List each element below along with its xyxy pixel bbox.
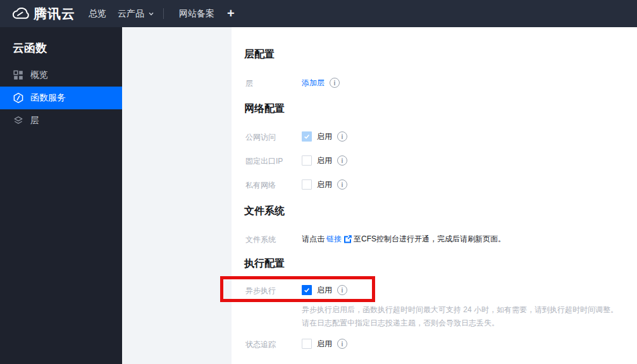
info-icon[interactable]: i	[330, 78, 340, 88]
field-label-status-tracking: 状态追踪	[245, 339, 276, 349]
topbar-products-label: 云产品	[118, 0, 144, 27]
section-title-file-system: 文件系统	[244, 205, 285, 217]
grid-icon	[13, 70, 24, 81]
status-tracking-checkbox[interactable]	[302, 339, 312, 349]
help-line-1: 异步执行启用后，函数执行超时时间最大可支持 24 小时，如有需要，请到执行超时时…	[302, 303, 626, 317]
secondary-panel	[122, 27, 232, 364]
fixed-egress-ip-checkbox[interactable]	[302, 155, 312, 166]
tencent-cloud-logo-icon[interactable]	[11, 6, 30, 21]
sidebar-item-label: 函数服务	[30, 92, 66, 104]
async-execution-help-text: 异步执行启用后，函数执行超时时间最大可支持 24 小时，如有需要，请到执行超时时…	[302, 303, 626, 330]
form-row-async-execution: 异步执行 启用 i	[244, 284, 637, 296]
topbar-item-overview[interactable]: 总览	[89, 0, 106, 27]
sidebar-item-overview[interactable]: 概览	[0, 64, 122, 87]
brand-title[interactable]: 腾讯云	[34, 0, 75, 27]
hint-text-after: 至CFS控制台进行开通，完成后请刷新页面。	[354, 234, 505, 245]
enable-label: 启用	[317, 155, 332, 166]
layers-icon	[13, 115, 24, 126]
vpc-checkbox[interactable]	[302, 179, 312, 190]
sidebar-item-layers[interactable]: 层	[0, 109, 122, 132]
sidebar-item-label: 概览	[30, 70, 48, 81]
field-label-vpc: 私有网络	[245, 180, 276, 190]
field-label-public-network: 公网访问	[245, 132, 276, 142]
section-title-network-config: 网络配置	[244, 102, 285, 114]
topbar-add-button[interactable]: +	[227, 0, 235, 27]
field-label-layer: 层	[245, 78, 253, 88]
form-row-fixed-egress-ip: 固定出口IP 启用 i	[244, 155, 637, 166]
tencent-cloud-console: { "topbar": { "brand": "腾讯云", "menu_over…	[0, 0, 637, 364]
file-system-hint: 请点击链接 至CFS控制台进行开通，完成后请刷新页面。	[302, 234, 505, 245]
sidebar: 云函数 概览 函数服务	[0, 27, 122, 364]
public-network-checkbox[interactable]	[302, 131, 312, 142]
field-label-file-system: 文件系统	[245, 234, 276, 245]
info-icon[interactable]: i	[337, 285, 347, 295]
sidebar-item-function-service[interactable]: 函数服务	[0, 87, 122, 109]
hint-text-before: 请点击	[302, 234, 325, 245]
enable-label: 启用	[317, 285, 332, 296]
info-icon[interactable]: i	[337, 179, 347, 190]
sidebar-title: 云函数	[13, 40, 47, 56]
chevron-down-icon	[148, 11, 154, 17]
info-icon[interactable]: i	[337, 155, 347, 166]
form-row-vpc: 私有网络 启用 i	[244, 179, 637, 190]
enable-label: 启用	[317, 131, 332, 142]
cfs-link[interactable]: 链接	[326, 234, 342, 245]
topbar-item-products[interactable]: 云产品	[118, 0, 154, 27]
info-icon[interactable]: i	[337, 131, 347, 142]
topbar-divider	[163, 8, 164, 19]
form-row-public-network: 公网访问 启用 i	[244, 131, 637, 142]
topbar-item-icp[interactable]: 网站备案	[179, 0, 214, 27]
section-title-layer-config: 层配置	[244, 48, 275, 60]
info-icon[interactable]: i	[337, 339, 347, 349]
form-row-layer: 层 添加层 i	[244, 77, 637, 88]
async-execution-checkbox[interactable]	[302, 285, 312, 295]
function-service-icon	[13, 92, 24, 104]
sidebar-menu: 概览 函数服务 层	[0, 64, 122, 132]
external-link-icon[interactable]	[343, 235, 352, 243]
enable-label: 启用	[317, 339, 332, 349]
sidebar-item-label: 层	[30, 115, 39, 126]
field-label-fixed-egress-ip: 固定出口IP	[245, 156, 283, 166]
settings-form: 层配置 层 添加层 i 网络配置 公网访问 启用 i 固定出口IP 启用 i 私…	[232, 27, 637, 364]
form-row-file-system: 文件系统 请点击链接 至CFS控制台进行开通，完成后请刷新页面。	[244, 233, 637, 245]
section-title-execution-config: 执行配置	[244, 257, 285, 269]
topbar: 腾讯云 总览 云产品 网站备案 +	[0, 0, 637, 27]
form-row-status-tracking: 状态追踪 启用 i	[244, 338, 637, 349]
help-line-2: 请在日志配置中指定日志投递主题，否则会导致日志丢失。	[302, 317, 626, 330]
add-layer-link[interactable]: 添加层	[302, 78, 325, 88]
enable-label: 启用	[317, 179, 332, 190]
field-label-async-execution: 异步执行	[245, 286, 276, 296]
